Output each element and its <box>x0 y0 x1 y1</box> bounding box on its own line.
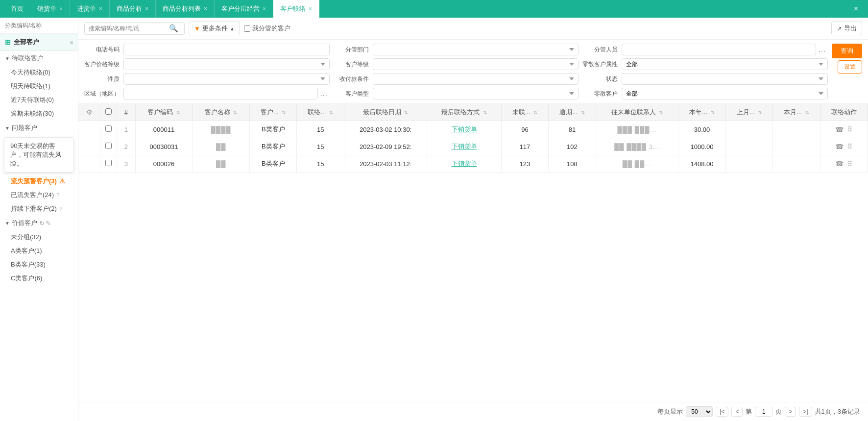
filter-dept-select[interactable] <box>373 44 579 55</box>
filter-row-1: 电话号码 分管部门 分管人员 … <box>84 44 828 55</box>
tab-customer-tier[interactable]: 客户分层经营 × <box>215 0 273 18</box>
more-icon[interactable]: ⠿ <box>847 143 852 150</box>
sidebar-section-problem-customers[interactable]: ▼ 问题客户 <box>0 121 78 135</box>
first-page-button[interactable]: |< <box>716 407 728 417</box>
contact-icon[interactable]: ☎ <box>835 160 844 168</box>
sidebar-search-input[interactable] <box>5 22 78 29</box>
search-button[interactable]: 🔍 <box>167 24 180 33</box>
tab-sales[interactable]: 销货单 × <box>30 0 70 18</box>
filter-nature-select[interactable] <box>123 73 330 85</box>
row-checkbox[interactable] <box>100 155 117 173</box>
row-last-contact-type[interactable]: 下销货单 <box>427 121 501 138</box>
valued-edit-icon[interactable]: ✎ <box>46 220 51 227</box>
more-icon[interactable]: ⠿ <box>847 125 852 133</box>
tab-product-analysis-close[interactable]: × <box>145 5 148 12</box>
filter-retail-attr: 零散客户属性 全部 <box>582 58 828 70</box>
row-last-month <box>725 121 772 138</box>
sidebar-item-today[interactable]: 今天待联络(0) <box>0 66 78 79</box>
col-settings[interactable]: ⚙ <box>78 104 100 121</box>
filter-status-select[interactable] <box>622 73 828 85</box>
filter-customer-grade-select[interactable] <box>373 58 579 70</box>
page-number-input[interactable] <box>755 407 772 417</box>
tab-product-analysis-list[interactable]: 商品分析列表 × <box>156 0 215 18</box>
more-conditions-button[interactable]: ▼ 更多条件 ▲ <box>189 22 240 35</box>
col-name[interactable]: 客户名称 ⇅ <box>193 104 250 121</box>
content-area: 🔍 ▼ 更多条件 ▲ 我分管的客户 ↗ 导出 <box>78 18 868 421</box>
select-all-checkbox[interactable] <box>105 108 112 115</box>
col-last-contact-date[interactable]: 最后联络日期 ⇅ <box>344 104 427 121</box>
tab-customer-tier-close[interactable]: × <box>263 5 266 12</box>
filter-person-input[interactable] <box>622 44 816 55</box>
col-last-contact-type[interactable]: 最后联络方式 ⇅ <box>427 104 501 121</box>
filter-nature: 性质 <box>84 73 330 85</box>
sidebar-item-class-a[interactable]: A类客户(1) <box>0 244 78 258</box>
row-checkbox[interactable] <box>100 121 117 138</box>
sidebar-item-declining[interactable]: 持续下滑客户(2) ? <box>0 202 78 216</box>
tab-customer-contact-close[interactable]: × <box>309 5 312 12</box>
filter-region-input[interactable] <box>123 88 318 99</box>
tab-purchase-close[interactable]: × <box>99 5 102 12</box>
col-not-contacted[interactable]: 未联... ⇅ <box>501 104 548 121</box>
col-type[interactable]: 客户... ⇅ <box>249 104 296 121</box>
my-customers-checkbox[interactable] <box>244 25 250 32</box>
col-code[interactable]: 客户编码 ⇅ <box>135 104 193 121</box>
sidebar-item-class-c[interactable]: C类客户(6) <box>0 272 78 285</box>
filter-person: 分管人员 … <box>582 44 828 55</box>
last-page-button[interactable]: >| <box>799 407 812 417</box>
filter-person-more[interactable]: … <box>816 45 828 54</box>
sidebar-item-overdue[interactable]: 逾期未联络(30) <box>0 107 78 121</box>
row-last-contact-type[interactable]: 下销货单 <box>427 138 501 155</box>
row-index: 3 <box>117 155 136 173</box>
close-all-tabs[interactable]: × <box>848 4 864 13</box>
sidebar-all-customers[interactable]: ⊞ 全部客户 « <box>0 34 78 51</box>
tab-home[interactable]: 首页 <box>4 0 30 18</box>
sort-icon-not-contacted: ⇅ <box>533 110 537 115</box>
filter-retail-customer-select[interactable]: 全部 <box>622 88 828 99</box>
sidebar-item-lost[interactable]: 已流失客户(24) ? <box>0 188 78 202</box>
tab-sales-close[interactable]: × <box>59 5 63 12</box>
col-contact[interactable]: 联络... ⇅ <box>297 104 344 121</box>
row-checkbox[interactable] <box>100 138 117 155</box>
col-unit-contact[interactable]: 往来单位联系人 ⇅ <box>596 104 678 121</box>
tab-product-analysis[interactable]: 商品分析 × <box>110 0 156 18</box>
search-wrapper: 🔍 <box>84 22 185 35</box>
sidebar-item-tomorrow[interactable]: 明天待联络(1) <box>0 79 78 93</box>
filter-retail-attr-select[interactable]: 全部 <box>622 58 828 70</box>
settings-button[interactable]: 设置 <box>838 60 862 74</box>
filter-price-grade-select[interactable] <box>123 58 330 70</box>
search-input[interactable] <box>89 25 167 32</box>
filter-phone-input[interactable] <box>123 44 330 55</box>
col-last-month[interactable]: 上月... ⇅ <box>725 104 772 121</box>
filter-payment-select[interactable] <box>373 73 579 85</box>
filter-region-more[interactable]: … <box>318 89 330 98</box>
row-index: 1 <box>117 121 136 138</box>
contact-icon[interactable]: ☎ <box>835 143 844 150</box>
sidebar-item-at-risk[interactable]: 流失预警客户(3) ⚠ <box>0 174 78 188</box>
col-overdue[interactable]: 逾期... ⇅ <box>549 104 596 121</box>
col-this-year[interactable]: 本年... ⇅ <box>678 104 725 121</box>
query-button[interactable]: 查询 <box>832 44 862 58</box>
page-size-select[interactable]: 50 100 200 <box>686 406 713 417</box>
more-icon[interactable]: ⠿ <box>847 160 852 168</box>
sidebar-item-class-b[interactable]: B类客户(33) <box>0 258 78 272</box>
sidebar-section-valued-customers[interactable]: ▼ 价值客户 ↻ ✎ <box>0 216 78 230</box>
tab-customer-contact[interactable]: 客户联络 × <box>273 0 319 18</box>
next-page-button[interactable]: > <box>785 407 796 417</box>
filter-nature-label: 性质 <box>84 75 123 83</box>
sidebar-item-unassigned[interactable]: 未分组(32) <box>0 230 78 244</box>
sidebar-section-pending-contact[interactable]: ▼ 待联络客户 <box>0 51 78 66</box>
contact-icon[interactable]: ☎ <box>835 125 844 133</box>
tab-purchase[interactable]: 进货单 × <box>70 0 110 18</box>
sidebar-item-7days[interactable]: 近7天待联络(0) <box>0 93 78 107</box>
row-last-contact-type[interactable]: 下销货单 <box>427 155 501 173</box>
my-customers-checkbox-wrapper[interactable]: 我分管的客户 <box>244 24 290 33</box>
tab-product-analysis-list-close[interactable]: × <box>204 5 207 12</box>
export-button[interactable]: ↗ 导出 <box>831 22 862 35</box>
valued-refresh-icon[interactable]: ↻ <box>39 220 45 227</box>
col-checkbox[interactable] <box>100 104 117 121</box>
col-this-month[interactable]: 本月... ⇅ <box>773 104 820 121</box>
prev-page-button[interactable]: < <box>731 407 743 417</box>
filter-customer-type-select[interactable] <box>373 88 579 99</box>
table-row: 3 000026 ██ B类客户 15 2023-02-03 11:12: 下销… <box>78 155 868 173</box>
settings-gear-icon[interactable]: ⚙ <box>86 108 93 116</box>
